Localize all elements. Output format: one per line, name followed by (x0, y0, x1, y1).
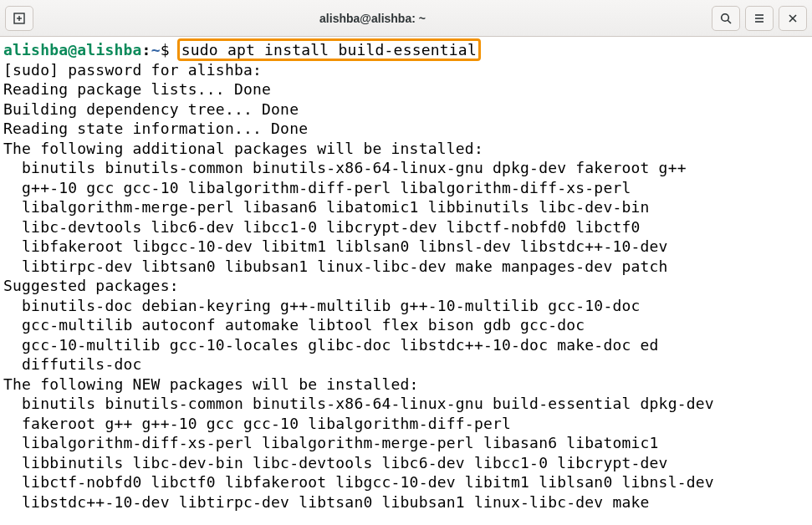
terminal-output: [sudo] password for alishba: Reading pac… (3, 61, 714, 511)
prompt-path: ~ (151, 41, 161, 59)
prompt-colon: : (142, 41, 151, 59)
close-icon (787, 13, 799, 24)
prompt-symbol: $ (161, 41, 179, 59)
hamburger-icon (753, 12, 766, 25)
prompt-at: @ (68, 41, 77, 59)
menu-button[interactable] (745, 6, 774, 31)
svg-point-3 (722, 13, 729, 21)
prompt-host: alishba (77, 41, 141, 59)
search-button[interactable] (712, 6, 740, 31)
terminal-area[interactable]: alishba@alishba:~$ sudo apt install buil… (0, 37, 812, 512)
svg-line-4 (728, 20, 731, 23)
titlebar: alishba@alishba: ~ (0, 0, 812, 37)
close-button[interactable] (779, 6, 807, 31)
command-highlight: sudo apt install build-essential (177, 38, 481, 61)
new-tab-icon (13, 12, 26, 25)
prompt: alishba@alishba:~$ (3, 41, 179, 59)
window-title: alishba@alishba: ~ (175, 12, 569, 25)
new-tab-button[interactable] (5, 6, 33, 31)
prompt-user: alishba (3, 41, 68, 59)
search-icon (719, 12, 733, 25)
